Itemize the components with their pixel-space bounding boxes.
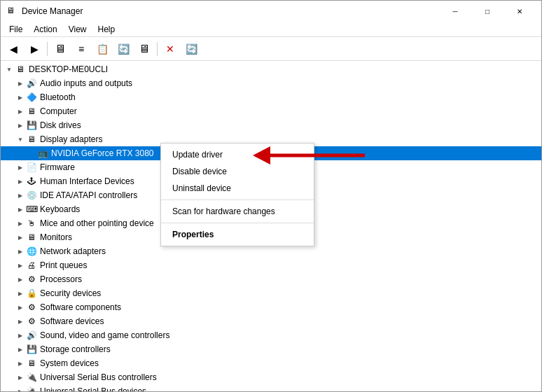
toolbar-refresh[interactable]: 🔄 [181, 39, 201, 59]
mice-label: Mice and other pointing device [40, 218, 154, 228]
firmware-icon: 📄 [26, 162, 37, 173]
ctx-scan-hardware[interactable]: Scan for hardware changes [161, 203, 314, 220]
window-title: Device Manager [22, 6, 439, 16]
expand-disk[interactable]: ▶ [15, 120, 26, 131]
close-button[interactable]: ✕ [503, 1, 536, 22]
expand-hid[interactable]: ▶ [15, 176, 26, 187]
tree-computer[interactable]: ▶ 🖥 Computer [1, 104, 541, 118]
sound-icon: 🔊 [26, 330, 37, 341]
toolbar-properties[interactable]: 📋 [92, 39, 112, 59]
system-icon: 🖥 [26, 358, 37, 369]
sw-components-icon: ⚙ [26, 302, 37, 313]
expand-usb-devices[interactable]: ▶ [15, 386, 26, 391]
processor-icon: ⚙ [26, 274, 37, 285]
menu-help[interactable]: Help [92, 23, 121, 36]
toolbar: ◀ ▶ 🖥 ≡ 📋 🔄 🖥 ✕ 🔄 [1, 37, 541, 61]
audio-label: Audio inputs and outputs [40, 78, 132, 88]
expand-sound[interactable]: ▶ [15, 330, 26, 341]
menu-bar: File Action View Help [1, 22, 541, 37]
expand-mice[interactable]: ▶ [15, 218, 26, 229]
expand-bluetooth[interactable]: ▶ [15, 92, 26, 103]
ctx-sep-2 [161, 223, 314, 223]
toolbar-scan[interactable]: 🖥 [134, 39, 154, 59]
tree-bluetooth[interactable]: ▶ 🔷 Bluetooth [1, 90, 541, 104]
toolbar-remove[interactable]: ✕ [160, 39, 180, 59]
minimize-button[interactable]: ─ [439, 1, 471, 22]
expand-root[interactable]: ▼ [4, 64, 15, 75]
menu-action[interactable]: Action [28, 23, 62, 36]
sw-components-label: Software components [40, 302, 121, 312]
ctx-disable-device[interactable]: Disable device [161, 163, 314, 180]
storage-icon: 💾 [26, 344, 37, 355]
sw-devices-icon: ⚙ [26, 316, 37, 327]
tree-system[interactable]: ▶ 🖥 System devices [1, 356, 541, 370]
expand-security[interactable]: ▶ [15, 288, 26, 299]
expand-print[interactable]: ▶ [15, 260, 26, 271]
expand-sw-components[interactable]: ▶ [15, 302, 26, 313]
menu-file[interactable]: File [4, 23, 28, 36]
keyboard-icon: ⌨ [26, 204, 37, 215]
usb-devices-label: Universal Serial Bus devices [40, 386, 146, 391]
tree-processors[interactable]: ▶ ⚙ Processors [1, 272, 541, 286]
mice-icon: 🖱 [26, 218, 37, 229]
expand-sw-devices[interactable]: ▶ [15, 316, 26, 327]
tree-audio[interactable]: ▶ 🔊 Audio inputs and outputs [1, 76, 541, 90]
tree-network[interactable]: ▶ 🌐 Network adapters [1, 244, 541, 258]
ctx-uninstall-device[interactable]: Uninstall device [161, 180, 314, 197]
hid-icon: 🕹 [26, 176, 37, 187]
toolbar-list[interactable]: ≡ [71, 39, 91, 59]
hid-label: Human Interface Devices [40, 176, 134, 186]
expand-processors[interactable]: ▶ [15, 274, 26, 285]
print-icon: 🖨 [26, 260, 37, 271]
toolbar-back[interactable]: ◀ [4, 39, 23, 59]
bluetooth-label: Bluetooth [40, 92, 76, 102]
network-icon: 🌐 [26, 246, 37, 257]
toolbar-sep-1 [47, 42, 48, 56]
display-label: Display adapters [40, 134, 102, 144]
tree-usb[interactable]: ▶ 🔌 Universal Serial Bus controllers [1, 370, 541, 384]
ctx-update-driver[interactable]: Update driver [161, 146, 314, 163]
menu-view[interactable]: View [63, 23, 92, 36]
expand-network[interactable]: ▶ [15, 246, 26, 257]
expand-monitors[interactable]: ▶ [15, 232, 26, 243]
monitors-icon: 🖥 [26, 232, 37, 243]
expand-computer[interactable]: ▶ [15, 106, 26, 117]
network-label: Network adapters [40, 246, 106, 256]
tree-sw-components[interactable]: ▶ ⚙ Software components [1, 300, 541, 314]
expand-usb[interactable]: ▶ [15, 372, 26, 383]
tree-storage[interactable]: ▶ 💾 Storage controllers [1, 342, 541, 356]
expand-keyboards[interactable]: ▶ [15, 204, 26, 215]
ctx-properties[interactable]: Properties [161, 226, 314, 243]
computer-label: DESKTOP-ME0UCLI [29, 64, 108, 74]
toolbar-update[interactable]: 🔄 [113, 39, 133, 59]
tree-security[interactable]: ▶ 🔒 Security devices [1, 286, 541, 300]
tree-sw-devices[interactable]: ▶ ⚙ Software devices [1, 314, 541, 328]
bluetooth-icon: 🔷 [26, 92, 37, 103]
expand-firmware[interactable]: ▶ [15, 162, 26, 173]
disk-icon: 💾 [26, 120, 37, 131]
toolbar-forward[interactable]: ▶ [25, 39, 44, 59]
maximize-button[interactable]: □ [471, 1, 503, 22]
expand-display[interactable]: ▼ [15, 134, 26, 145]
tree-sound[interactable]: ▶ 🔊 Sound, video and game controllers [1, 328, 541, 342]
usb-icon: 🔌 [26, 372, 37, 383]
processors-label: Processors [40, 274, 82, 284]
expand-storage[interactable]: ▶ [15, 344, 26, 355]
title-bar: 🖥 Device Manager ─ □ ✕ [1, 1, 541, 22]
expand-ide[interactable]: ▶ [15, 190, 26, 201]
tree-usb-devices[interactable]: ▶ 🔌 Universal Serial Bus devices [1, 384, 541, 391]
expand-nvidia [26, 148, 37, 159]
expand-system[interactable]: ▶ [15, 358, 26, 369]
expand-audio[interactable]: ▶ [15, 78, 26, 89]
sw-devices-label: Software devices [40, 316, 104, 326]
nvidia-label: NVIDIA GeForce RTX 3080 [51, 148, 154, 158]
storage-label: Storage controllers [40, 344, 111, 354]
toolbar-computer[interactable]: 🖥 [50, 39, 70, 59]
usb-label: Universal Serial Bus controllers [40, 372, 157, 382]
computer-icon: 🖥 [15, 64, 26, 75]
security-label: Security devices [40, 288, 101, 298]
window-controls: ─ □ ✕ [439, 1, 536, 22]
tree-print[interactable]: ▶ 🖨 Print queues [1, 258, 541, 272]
tree-disk[interactable]: ▶ 💾 Disk drives [1, 118, 541, 132]
tree-root[interactable]: ▼ 🖥 DESKTOP-ME0UCLI [1, 62, 541, 76]
